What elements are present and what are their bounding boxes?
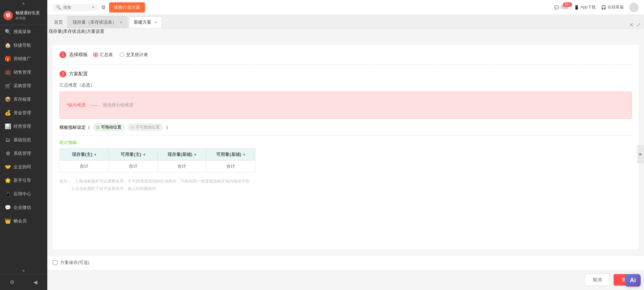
sidebar-label-coop: 企业协同 — [14, 164, 31, 170]
step1-title: 1 选择模板 汇总表 交叉统计表 — [59, 51, 632, 58]
messages-button[interactable]: 💬 消息 99+ — [554, 4, 569, 10]
divider1 — [59, 64, 632, 65]
sidebar-label-marketing: 营销推广 — [14, 56, 31, 62]
step2-badge: 2 — [59, 71, 66, 77]
save-label: 方案保存(可选) — [60, 260, 90, 266]
sidebar-item-finance[interactable]: 💰资金管理 — [0, 106, 47, 120]
aggregate-label: 汇总维度（必选） — [59, 82, 632, 88]
sidebar-logo: 畅 畅捷通好生意 标准版 — [0, 6, 47, 25]
dimension-dash: —— — [90, 103, 99, 108]
member-icon: 👑 — [5, 218, 11, 224]
online-service-button[interactable]: 🎧 在线客服 — [601, 4, 624, 10]
indicator-settings-suffix: ） — [166, 124, 170, 130]
radio-summary[interactable]: 汇总表 — [93, 52, 113, 58]
sidebar-item-basic[interactable]: 🗂基础信息 — [0, 133, 47, 147]
stats-table-header: 现存量(主) ▾ 可用量(主) ▾ 现存量(基辅) ▾ — [60, 149, 255, 161]
search-input[interactable] — [63, 5, 90, 10]
tab-home[interactable]: 首页 — [51, 17, 66, 28]
app-logo-icon: 畅 — [3, 11, 13, 20]
col2-chevron-icon[interactable]: ▾ — [194, 152, 196, 157]
app-download-button[interactable]: 📱 App下载 — [574, 4, 596, 10]
search-bar[interactable]: 🔍 ▾ — [53, 4, 98, 11]
stats-table: 现存量(主) ▾ 可用量(主) ▾ 现存量(基辅) ▾ — [59, 148, 255, 172]
expand-icon[interactable]: ⤢ — [636, 22, 641, 28]
sales-icon: 💼 — [5, 69, 11, 75]
message-badge: 99+ — [563, 2, 572, 7]
stats-cell-3: 合计 — [206, 161, 255, 172]
right-panel-toggle[interactable]: ▶ — [637, 145, 644, 163]
collapse-icon[interactable]: ◀ — [31, 277, 40, 287]
col1-chevron-icon[interactable]: ▾ — [143, 152, 145, 157]
sidebar-label-wechat: 企业微信 — [14, 204, 31, 211]
step1-label: 选择模板 — [69, 52, 88, 58]
sidebar-item-search[interactable]: 🔍搜索菜单 — [0, 25, 47, 39]
tips-section: 提示： 1.拖动标题栏可以调整布局，不可跨维度或指标区域拖动，只能在同一维度或指… — [59, 178, 632, 192]
radio-summary-circle — [93, 52, 98, 57]
col0-chevron-icon[interactable]: ▾ — [94, 152, 96, 157]
sidebar-item-system[interactable]: ⚙系统管理 — [0, 147, 47, 160]
radio-cross[interactable]: 交叉统计表 — [120, 52, 148, 58]
sidebar-label-appstore: 应用中心 — [14, 191, 31, 197]
marketing-icon: 🎁 — [5, 56, 11, 62]
page-breadcrumb: 现存量(库存状况表)方案设置 — [47, 28, 644, 34]
content-area: 1 选择模板 汇总表 交叉统计表 — [47, 39, 644, 255]
stats-cell-1: 合计 — [109, 161, 158, 172]
trial-button[interactable]: 体验行业方案 — [109, 2, 145, 13]
dimension-label: *纵向维度 — [67, 102, 86, 108]
sidebar-label-quick-nav: 快捷导航 — [14, 42, 31, 48]
basic-icon: 🗂 — [5, 137, 11, 143]
settings-bottom-icon[interactable]: ⚙ — [8, 277, 16, 287]
draggable-indicator: 可拖动位置 — [93, 123, 125, 131]
search-icon: 🔍 — [56, 5, 61, 10]
search-dropdown-icon[interactable]: ▾ — [92, 5, 94, 9]
appstore-icon: 📱 — [5, 191, 11, 197]
app-edition: 标准版 — [16, 16, 40, 21]
cancel-button[interactable]: 取消 — [585, 274, 610, 286]
sidebar-nav: 🔍搜索菜单🏠快捷导航🎁营销推广💼销售管理🛒采购管理📦库存核算💰资金管理📊经营管理… — [0, 25, 47, 268]
gear-icon[interactable]: ⚙ — [101, 4, 106, 10]
step1-badge: 1 — [59, 51, 66, 58]
col3-chevron-icon[interactable]: ▾ — [243, 152, 245, 157]
sidebar-scroll-down[interactable]: ▼ — [0, 268, 47, 274]
sidebar-item-sales[interactable]: 💼销售管理 — [0, 66, 47, 79]
user-avatar[interactable] — [629, 3, 639, 12]
coop-icon: 🤝 — [5, 164, 11, 170]
dimension-placeholder[interactable]: 请选择分组维度 — [103, 102, 133, 108]
config-panel: 1 选择模板 汇总表 交叉统计表 — [53, 45, 639, 250]
headset-icon: 🎧 — [601, 5, 606, 10]
phone-icon: 📱 — [574, 5, 579, 10]
tab-new-plan-close-icon[interactable]: ✕ — [154, 20, 157, 25]
wechat-icon: 💬 — [5, 204, 11, 211]
minimize-icon[interactable]: ✕ — [629, 22, 634, 28]
tab-new-plan[interactable]: 新建方案 ✕ — [129, 16, 162, 28]
sidebar-item-coop[interactable]: 🤝企业协同 — [0, 160, 47, 174]
sidebar-label-basic: 基础信息 — [14, 137, 31, 143]
stats-col-0: 现存量(主) ▾ — [60, 149, 109, 160]
template-radio-group: 汇总表 交叉统计表 — [93, 52, 148, 58]
radio-cross-label: 交叉统计表 — [126, 52, 148, 58]
stats-cell-2: 合计 — [158, 161, 207, 172]
main-area: 🔍 ▾ ⚙ 体验行业方案 💬 消息 99+ 📱 App下载 🎧 在线客服 首页 — [47, 0, 644, 290]
save-checkbox[interactable] — [53, 260, 57, 265]
sidebar-item-inventory[interactable]: 📦库存核算 — [0, 93, 47, 106]
ai-badge[interactable]: Ai — [625, 274, 641, 287]
sidebar-item-member[interactable]: 👑畅会员 — [0, 214, 47, 228]
sidebar-item-purchase[interactable]: 🛒采购管理 — [0, 79, 47, 93]
not-draggable-indicator: 不可拖动位置 — [127, 123, 163, 131]
sidebar-scroll-up[interactable]: ▲ — [0, 0, 47, 6]
sidebar-item-appstore[interactable]: 📱应用中心 — [0, 187, 47, 201]
tips-content: 提示： 1.拖动标题栏可以调整布局，不可跨维度或指标区域拖动，只能在同一维度或指… — [59, 178, 632, 192]
sidebar-item-quick-nav[interactable]: 🏠快捷导航 — [0, 39, 47, 52]
topbar-right: 💬 消息 99+ 📱 App下载 🎧 在线客服 — [554, 3, 639, 12]
sidebar-label-purchase: 采购管理 — [14, 83, 31, 89]
draggable-dot — [96, 126, 100, 129]
sidebar-item-marketing[interactable]: 🎁营销推广 — [0, 52, 47, 66]
sidebar-item-operations[interactable]: 📊经营管理 — [0, 120, 47, 133]
sidebar-item-guide[interactable]: 🌟新手引导 — [0, 174, 47, 187]
sidebar-item-wechat[interactable]: 💬企业微信 — [0, 201, 47, 214]
sidebar-label-member: 畅会员 — [14, 218, 27, 224]
search-icon: 🔍 — [5, 29, 11, 35]
tab-inventory-close-icon[interactable]: ✕ — [119, 20, 122, 25]
tab-inventory-status[interactable]: 现存量（库存状况表） ✕ — [68, 16, 127, 28]
topbar: 🔍 ▾ ⚙ 体验行业方案 💬 消息 99+ 📱 App下载 🎧 在线客服 — [47, 0, 644, 15]
